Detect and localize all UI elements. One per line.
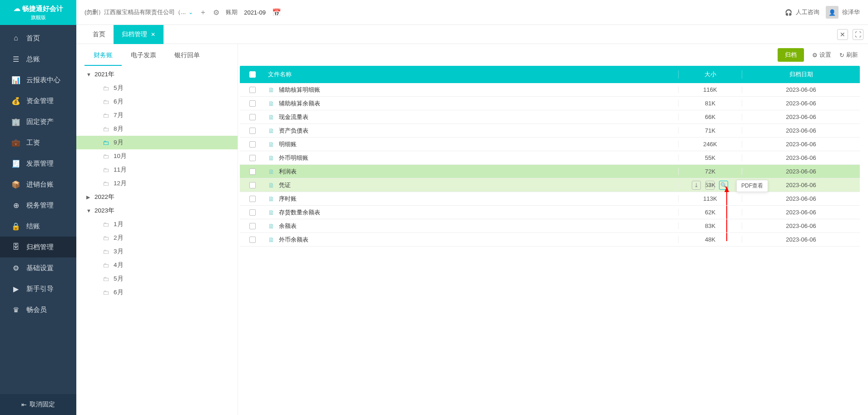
file-name: 资产负债表	[279, 127, 308, 135]
row-checkbox[interactable]	[249, 141, 256, 148]
archive-button[interactable]: 归档	[778, 48, 804, 62]
page-tab[interactable]: 首页	[84, 25, 114, 44]
pdf-view-icon[interactable]: 🔍	[719, 181, 728, 190]
row-checkbox[interactable]	[249, 237, 256, 243]
table-row[interactable]: 🗎序时账113K2023-06-06	[240, 192, 860, 206]
month-label: 4月	[114, 261, 124, 269]
nav-item-salary[interactable]: 💼工资	[0, 132, 76, 153]
close-all-button[interactable]: ✕	[837, 29, 848, 40]
support-button[interactable]: 🎧人工咨询	[785, 8, 819, 16]
table-row[interactable]: 🗎明细账246K2023-06-06	[240, 138, 860, 151]
tree-month[interactable]: 🗀11月	[76, 163, 238, 177]
tree-month[interactable]: 🗀1月	[76, 217, 238, 231]
folder-icon: 🗀	[103, 166, 109, 173]
row-checkbox[interactable]	[249, 100, 256, 107]
calendar-icon[interactable]: 📅	[272, 8, 281, 17]
nav-item-archive[interactable]: 🗄归档管理	[0, 237, 76, 257]
tree-month[interactable]: 🗀2月	[76, 231, 238, 245]
period-value[interactable]: 2021-09	[244, 9, 266, 16]
download-excel-icon[interactable]: ⤓	[692, 181, 701, 190]
tree-year[interactable]: ▶2022年	[76, 190, 238, 204]
gear-icon[interactable]: ⚙	[213, 8, 219, 17]
close-icon[interactable]: ✕	[151, 31, 155, 38]
row-checkbox[interactable]	[249, 182, 256, 188]
chart-icon: 📊	[12, 76, 20, 84]
user-menu[interactable]: 👤徐泽华	[826, 6, 860, 19]
tree-month[interactable]: 🗀12月	[76, 177, 238, 190]
tree-year[interactable]: ▼2021年	[76, 68, 238, 81]
nav-label: 新手引导	[26, 285, 54, 293]
file-table: 文件名称 大小 归档日期 🗎辅助核算明细账116K2023-06-06🗎辅助核算…	[238, 66, 868, 415]
table-row[interactable]: 🗎凭证53K2023-06-06⤓⇩🔍PDF查看	[240, 178, 860, 192]
nav-label: 结账	[26, 222, 40, 231]
row-actions: ⤓⇩🔍PDF查看	[692, 181, 728, 190]
table-row[interactable]: 🗎余额表83K2023-06-06	[240, 219, 860, 233]
settings-button[interactable]: ⚙设置	[812, 51, 831, 59]
page-tab[interactable]: 归档管理✕	[114, 25, 164, 44]
archive-icon: 🗄	[12, 243, 20, 251]
nav-item-settings[interactable]: ⚙基础设置	[0, 257, 76, 278]
row-checkbox[interactable]	[249, 155, 256, 161]
tree-month[interactable]: 🗀10月	[76, 149, 238, 163]
tree-month[interactable]: 🗀5月	[76, 81, 238, 95]
period-label: 账期	[226, 8, 238, 16]
tree-month[interactable]: 🗀6月	[76, 286, 238, 299]
refresh-button[interactable]: ↻刷新	[839, 51, 858, 59]
sub-tab[interactable]: 电子发票	[122, 46, 165, 66]
asset-icon: 🏢	[12, 118, 20, 126]
file-name: 辅助核算余额表	[279, 99, 320, 108]
add-icon[interactable]: ＋	[199, 8, 207, 17]
row-checkbox[interactable]	[249, 168, 256, 175]
nav-item-chart[interactable]: 📊云报表中心	[0, 69, 76, 90]
table-row[interactable]: 🗎现金流量表66K2023-06-06	[240, 110, 860, 124]
nav-item-home[interactable]: ⌂首页	[0, 28, 76, 49]
brand-name: 畅捷通好会计	[22, 5, 63, 13]
nav-item-tax[interactable]: ⊕税务管理	[0, 195, 76, 216]
row-checkbox[interactable]	[249, 196, 256, 202]
table-row[interactable]: 🗎资产负债表71K2023-06-06	[240, 124, 860, 138]
file-name: 存货数量余额表	[279, 208, 320, 217]
company-selector[interactable]: (勿删）江西服宝精品有限责任公司（... ⌄	[84, 8, 193, 16]
nav-item-invoice[interactable]: 🧾发票管理	[0, 153, 76, 174]
nav-item-ledger[interactable]: ☰总账	[0, 49, 76, 69]
tree-month[interactable]: 🗀7月	[76, 109, 238, 122]
nav-item-close[interactable]: 🔒结账	[0, 216, 76, 237]
table-row[interactable]: 🗎利润表72K2023-06-06	[240, 165, 860, 178]
tree-year[interactable]: ▼2023年	[76, 204, 238, 217]
nav-item-guide[interactable]: ▶新手引导	[0, 278, 76, 299]
month-label: 7月	[114, 111, 124, 119]
nav-item-vip[interactable]: ♛畅会员	[0, 299, 76, 320]
row-checkbox[interactable]	[249, 114, 256, 120]
folder-icon: 🗀	[103, 112, 109, 119]
archive-date: 2023-06-06	[742, 86, 860, 93]
tree-month[interactable]: 🗀5月	[76, 272, 238, 286]
fullscreen-button[interactable]: ⛶	[853, 29, 863, 40]
table-row[interactable]: 🗎辅助核算余额表81K2023-06-06	[240, 97, 860, 110]
nav-item-money[interactable]: 💰资金管理	[0, 90, 76, 111]
download-pdf-icon[interactable]: ⇩	[705, 181, 714, 190]
tree-month[interactable]: 🗀6月	[76, 95, 238, 109]
table-row[interactable]: 🗎外币余额表48K2023-06-06	[240, 233, 860, 247]
nav-label: 归档管理	[26, 243, 54, 252]
row-checkbox[interactable]	[249, 87, 256, 93]
sub-tab[interactable]: 财务账	[84, 46, 122, 66]
unpin-button[interactable]: ⇤取消固定	[0, 394, 76, 415]
sub-tab[interactable]: 银行回单	[165, 46, 209, 66]
select-all-checkbox[interactable]	[249, 71, 256, 78]
month-label: 12月	[114, 179, 127, 188]
nav-item-asset[interactable]: 🏢固定资产	[0, 111, 76, 132]
nav-item-stock[interactable]: 📦进销台账	[0, 174, 76, 195]
row-checkbox[interactable]	[249, 223, 256, 229]
row-checkbox[interactable]	[249, 128, 256, 134]
table-row[interactable]: 🗎外币明细账55K2023-06-06	[240, 151, 860, 165]
row-checkbox[interactable]	[249, 209, 256, 216]
file-name: 序时账	[279, 195, 297, 203]
tree-month[interactable]: 🗀8月	[76, 122, 238, 136]
tree-month[interactable]: 🗀4月	[76, 258, 238, 272]
tree-month[interactable]: 🗀9月	[76, 136, 238, 149]
folder-icon: 🗀	[103, 248, 109, 255]
file-size: 55K	[678, 154, 742, 161]
tree-month[interactable]: 🗀3月	[76, 245, 238, 258]
table-row[interactable]: 🗎存货数量余额表62K2023-06-06	[240, 206, 860, 219]
table-row[interactable]: 🗎辅助核算明细账116K2023-06-06	[240, 83, 860, 97]
